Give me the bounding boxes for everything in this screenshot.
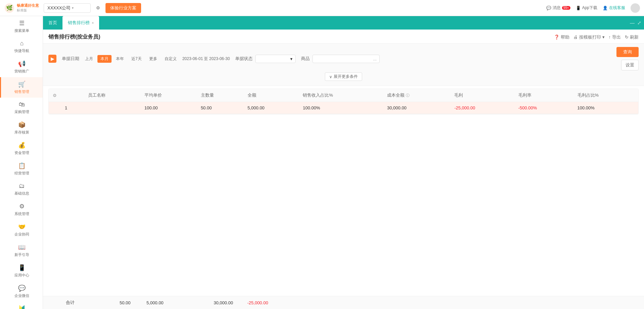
status-select[interactable]: ▾	[255, 55, 296, 63]
sidebar-label-purchase: 采购管理	[14, 109, 29, 114]
row-employee-0	[84, 102, 140, 114]
query-button[interactable]: 查询	[616, 47, 639, 57]
sidebar-item-base[interactable]: 🗂 基础信息	[0, 179, 43, 199]
date-btn-last-month[interactable]: 上月	[82, 55, 96, 63]
sidebar-label-search: 搜索菜单	[14, 28, 29, 33]
sidebar: ☰ 搜索菜单 ⌂ 快捷导航 📢 营销推广 🛒 销售管理 🛍 采购管理 📦 库存核…	[0, 16, 43, 309]
sidebar-item-enterprise[interactable]: 🤝 企业协同	[0, 220, 43, 240]
tab-home[interactable]: 首页	[43, 16, 62, 30]
app-download-button[interactable]: 📱 App下载	[576, 5, 597, 11]
online-service-label: 在线客服	[609, 5, 625, 11]
print-chevron: ▾	[602, 35, 605, 40]
tab-minimize-icon[interactable]: —	[630, 20, 635, 25]
date-filter-label: 单据日期	[62, 56, 79, 62]
sidebar-icon-base: 🗂	[19, 183, 25, 190]
sidebar-icon-operations: 📋	[18, 162, 26, 169]
col-avg-price: 平均单价	[140, 89, 197, 102]
date-btn-this-year[interactable]: 本年	[113, 55, 127, 63]
sidebar-icon-search: ☰	[19, 19, 25, 27]
row-profit-rate-0: -500.00%	[514, 102, 573, 114]
row-rank-0: 1	[61, 102, 84, 114]
home-tab-label: 首页	[48, 20, 57, 26]
company-name: XXXXX公司	[47, 5, 71, 11]
sidebar-item-finance[interactable]: 💰 资金管理	[0, 138, 43, 159]
sidebar-label-finance: 资金管理	[14, 150, 29, 155]
sidebar-item-system[interactable]: ⚙ 系统管理	[0, 199, 43, 220]
sidebar-icon-marketing: 📢	[18, 60, 26, 67]
col-cost: 成本全额 ⓘ	[383, 89, 450, 102]
cost-info-icon[interactable]: ⓘ	[406, 93, 410, 97]
date-btn-more[interactable]: 更多	[146, 55, 160, 63]
date-btn-this-month[interactable]: 本月	[97, 55, 112, 63]
table-area: ⚙ 员工名称 平均单价 主数量 全额 销售收入占比% 成本全额 ⓘ	[43, 89, 644, 120]
top-bar: 🌿 畅康通好生意 标准版 XXXXX公司 ▾ ⚙ 体验行业方案 💬 消息 99+…	[0, 0, 644, 16]
row-cost-0: 30,000.00	[383, 102, 450, 114]
help-button[interactable]: ❓ 帮助	[554, 34, 569, 40]
row-amount-0: 5,000.00	[244, 102, 299, 114]
table-header-row: ⚙ 员工名称 平均单价 主数量 全额 销售收入占比% 成本全额 ⓘ	[49, 89, 638, 102]
active-tab-label: 销售排行榜	[68, 20, 90, 26]
message-button[interactable]: 💬 消息 99+	[546, 5, 570, 11]
date-filter: 单据日期 上月 本月 本年 近7天 更多 自定义 2023-06-01 至 20…	[62, 55, 230, 63]
sidebar-item-guide[interactable]: 📖 新手引导	[0, 240, 43, 261]
col-profit-rate: 毛利率	[514, 89, 573, 102]
row-avg-price-0: 100.00	[140, 102, 197, 114]
settings-icon-button[interactable]: ⚙	[93, 3, 103, 13]
total-profit: -25,000.00	[247, 300, 281, 305]
main-area: ☰ 搜索菜单 ⌂ 快捷导航 📢 营销推广 🛒 销售管理 🛍 采购管理 📦 库存核…	[0, 16, 644, 309]
sidebar-label-apps: 应用中心	[14, 273, 29, 278]
sidebar-item-search[interactable]: ☰ 搜索菜单	[0, 16, 43, 37]
logo-area: 🌿 畅康通好生意 标准版	[4, 3, 41, 13]
sidebar-item-operations[interactable]: 📋 经营管理	[0, 159, 43, 179]
sidebar-item-apps[interactable]: 📱 应用中心	[0, 261, 43, 281]
sidebar-label-quick-nav: 快捷导航	[14, 48, 29, 53]
table-body: 1 100.00 50.00 5,000.00 100.00% 30,000.0…	[49, 102, 638, 114]
refresh-button[interactable]: ↻ 刷新	[625, 34, 639, 40]
app-download-label: App下载	[582, 5, 597, 11]
page-header: 销售排行榜(按业务员) ❓ 帮助 🖨 按模板打印 ▾	[43, 30, 644, 44]
sidebar-item-quick-nav[interactable]: ⌂ 快捷导航	[0, 37, 43, 57]
sidebar-item-member[interactable]: 🔰 畅会员	[0, 302, 43, 309]
col-employee: 员工名称	[84, 89, 140, 102]
tab-maximize-icon[interactable]: ⤢	[637, 20, 641, 25]
svg-text:🌿: 🌿	[6, 5, 13, 11]
message-label: 消息	[553, 5, 561, 11]
user-avatar[interactable]	[631, 3, 640, 13]
sidebar-item-purchase[interactable]: 🛍 采购管理	[0, 98, 43, 118]
sidebar-item-marketing[interactable]: 📢 营销推广	[0, 57, 43, 77]
company-selector[interactable]: XXXXX公司 ▾	[44, 3, 91, 13]
tab-close-icon[interactable]: ×	[92, 21, 94, 25]
goods-select[interactable]: ...	[312, 55, 380, 63]
expand-arrow-button[interactable]: ▶	[48, 55, 56, 63]
data-table: ⚙ 员工名称 平均单价 主数量 全额 销售收入占比% 成本全额 ⓘ	[49, 89, 638, 114]
print-label: 按模板打印	[579, 34, 601, 40]
print-button[interactable]: 🖨 按模板打印 ▾	[573, 34, 605, 40]
sidebar-label-inventory: 库存核算	[14, 130, 29, 135]
sidebar-item-inventory[interactable]: 📦 库存核算	[0, 118, 43, 138]
sidebar-label-wechat: 企业微信	[14, 293, 29, 298]
total-amount: 5,000.00	[146, 300, 180, 305]
sidebar-icon-apps: 📱	[18, 264, 26, 271]
expand-more-button[interactable]: ∨ 展开更多条件	[325, 72, 362, 81]
sidebar-icon-wechat: 💬	[18, 285, 26, 292]
sidebar-item-wechat[interactable]: 💬 企业微信	[0, 281, 43, 302]
table-settings-icon[interactable]: ⚙	[53, 93, 57, 98]
col-settings: ⚙	[49, 89, 61, 102]
tabs-bar: 首页 销售排行榜 × — ⤢	[43, 16, 644, 30]
setting-button[interactable]: 设置	[621, 60, 639, 70]
export-button[interactable]: ↑ 导出	[609, 34, 621, 40]
online-service-button[interactable]: 👤 在线客服	[603, 5, 625, 11]
date-btn-7days[interactable]: 近7天	[128, 55, 145, 63]
date-btn-custom[interactable]: 自定义	[162, 55, 180, 63]
sidebar-icon-purchase: 🛍	[19, 101, 25, 108]
content-area: 首页 销售排行榜 × — ⤢ 销售排行榜(按业务员)	[43, 16, 644, 309]
sidebar-label-guide: 新手引导	[14, 252, 29, 257]
sidebar-item-sales[interactable]: 🛒 销售管理	[0, 77, 43, 98]
total-row: 合计 50.00 5,000.00 30,000.00 -25,000.00	[43, 296, 644, 309]
sidebar-label-base: 基础信息	[14, 191, 29, 196]
export-label: 导出	[612, 34, 621, 40]
help-icon: ❓	[554, 35, 559, 40]
tab-sales-ranking[interactable]: 销售排行榜 ×	[62, 16, 99, 30]
goods-more-icon[interactable]: ...	[373, 56, 377, 61]
trial-button[interactable]: 体验行业方案	[105, 3, 141, 13]
